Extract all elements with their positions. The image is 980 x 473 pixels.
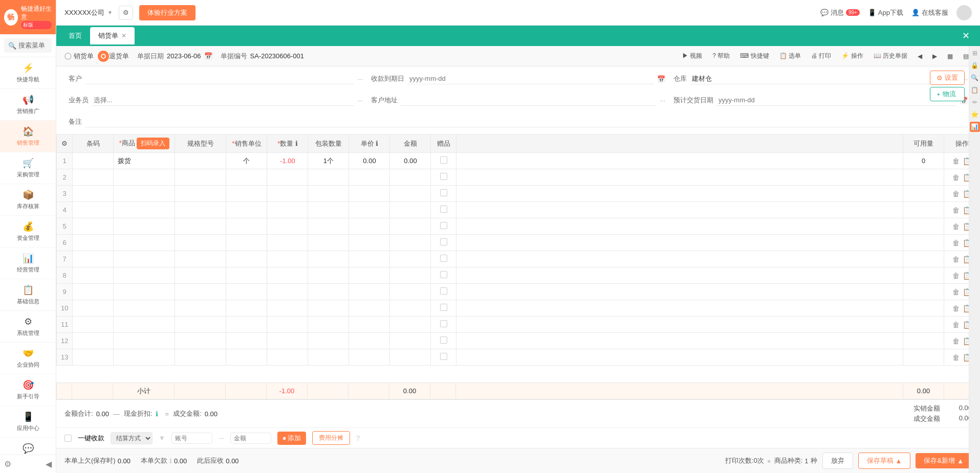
row-unit[interactable] [226, 251, 267, 267]
calendar-icon[interactable]: 📅 [204, 52, 212, 60]
gift-checkbox[interactable] [440, 238, 447, 245]
row-unit[interactable] [226, 317, 267, 333]
trial-button[interactable]: 体验行业方案 [139, 5, 195, 20]
row-product[interactable] [114, 300, 175, 317]
row-quantity[interactable] [267, 251, 308, 267]
row-gift[interactable] [431, 235, 456, 251]
expected-date-input[interactable] [716, 95, 956, 106]
collapse-icon[interactable]: ◀ [46, 459, 52, 469]
product-type-selector[interactable]: 商品种类: 1 种 [774, 456, 817, 465]
row-quantity[interactable] [267, 317, 308, 333]
discount-info-icon[interactable]: ℹ [156, 410, 158, 418]
prev-record-icon[interactable]: ◀ [914, 51, 925, 61]
payment-date-calendar-icon[interactable]: 📅 [657, 75, 665, 83]
payment-method-select[interactable]: 结算方式 [111, 432, 153, 444]
row-gift[interactable] [431, 317, 456, 333]
row-barcode[interactable] [73, 153, 114, 169]
one-click-checkbox[interactable] [64, 435, 72, 442]
discard-button[interactable]: 放弃 [822, 453, 853, 469]
row-barcode[interactable] [73, 317, 114, 333]
row-quantity[interactable] [267, 300, 308, 317]
row-quantity[interactable] [267, 202, 308, 218]
row-package-qty[interactable] [308, 251, 349, 267]
row-unit-price[interactable] [349, 300, 390, 317]
row-quantity[interactable] [267, 349, 308, 366]
row-quantity[interactable] [267, 267, 308, 284]
delete-row-icon[interactable]: 🗑 [952, 157, 960, 165]
row-amount[interactable] [390, 169, 431, 186]
row-product[interactable] [114, 218, 175, 235]
row-remark[interactable] [456, 202, 903, 218]
row-unit[interactable] [226, 300, 267, 317]
address-more-icon[interactable]: ··· [660, 97, 665, 104]
row-remark[interactable] [456, 235, 903, 251]
sales-order-radio[interactable]: 销货单 [64, 52, 94, 61]
row-product[interactable] [114, 186, 175, 202]
row-quantity[interactable] [267, 169, 308, 186]
row-gift[interactable] [431, 333, 456, 349]
customer-address-input[interactable] [401, 95, 657, 106]
row-package-qty[interactable] [308, 349, 349, 366]
row-product[interactable] [114, 202, 175, 218]
row-spec[interactable] [175, 349, 226, 366]
row-spec[interactable] [175, 267, 226, 284]
settings-button[interactable]: ⚙ 设置 [930, 71, 965, 85]
row-product[interactable] [114, 251, 175, 267]
row-barcode[interactable] [73, 235, 114, 251]
gift-checkbox[interactable] [440, 353, 447, 360]
row-package-qty[interactable] [308, 300, 349, 317]
right-panel-icon-4[interactable]: 📋 [970, 85, 980, 95]
sidebar-item-quick-nav[interactable]: ⚡ 快捷导航 [0, 57, 56, 89]
row-unit-price[interactable] [349, 284, 390, 300]
row-unit[interactable] [226, 186, 267, 202]
amount-input[interactable] [230, 433, 271, 444]
delete-row-icon[interactable]: 🗑 [952, 337, 960, 345]
row-remark[interactable] [456, 317, 903, 333]
row-unit-price[interactable] [349, 333, 390, 349]
print-button[interactable]: 🖨 打印 [808, 50, 834, 62]
topbar-settings-icon[interactable]: ⚙ [119, 6, 133, 20]
tab-sales[interactable]: 销货单 ✕ [90, 27, 135, 44]
row-spec[interactable] [175, 202, 226, 218]
sidebar-item-marketing[interactable]: 📢 营销推广 [0, 89, 56, 121]
sidebar-item-sys-mgmt[interactable]: ⚙ 系统管理 [0, 311, 56, 343]
right-panel-icon-1[interactable]: ⊞ [970, 48, 980, 58]
next-record-icon[interactable]: ▶ [929, 51, 940, 61]
row-quantity[interactable]: -1.00 [267, 153, 308, 169]
row-package-qty[interactable] [308, 202, 349, 218]
row-spec[interactable] [175, 235, 226, 251]
delete-row-icon[interactable]: 🗑 [952, 304, 960, 312]
settings-col-header[interactable]: ⚙ [57, 134, 73, 153]
row-unit-price[interactable] [349, 317, 390, 333]
row-gift[interactable] [431, 169, 456, 186]
row-unit-price[interactable] [349, 349, 390, 366]
row-barcode[interactable] [73, 267, 114, 284]
row-amount[interactable]: 0.00 [390, 153, 431, 169]
help-button[interactable]: ? 帮助 [709, 50, 733, 62]
history-button[interactable]: 📖 历史单据 [870, 50, 910, 62]
row-barcode[interactable] [73, 251, 114, 267]
row-remark[interactable] [456, 218, 903, 235]
sidebar-item-sales-mgmt[interactable]: 🏠 销售管理 [0, 121, 56, 152]
row-amount[interactable] [390, 300, 431, 317]
row-spec[interactable] [175, 169, 226, 186]
account-input[interactable] [171, 433, 212, 444]
row-unit-price[interactable] [349, 251, 390, 267]
row-spec[interactable] [175, 317, 226, 333]
row-amount[interactable] [390, 349, 431, 366]
row-amount[interactable] [390, 218, 431, 235]
row-unit-price[interactable] [349, 267, 390, 284]
sidebar-item-enterprise[interactable]: 🤝 企业协同 [0, 343, 56, 374]
row-unit-price[interactable] [349, 186, 390, 202]
return-order-radio[interactable]: 退货单 [100, 52, 129, 61]
save-draft-button[interactable]: 保存草稿 ▲ [858, 453, 911, 469]
notes-input[interactable] [85, 116, 968, 127]
row-gift[interactable] [431, 300, 456, 317]
row-gift[interactable] [431, 218, 456, 235]
row-unit[interactable] [226, 284, 267, 300]
row-spec[interactable] [175, 218, 226, 235]
row-product[interactable] [114, 235, 175, 251]
row-gift[interactable] [431, 153, 456, 169]
delete-row-icon[interactable]: 🗑 [952, 222, 960, 231]
right-panel-icon-2[interactable]: 🔒 [970, 60, 980, 71]
